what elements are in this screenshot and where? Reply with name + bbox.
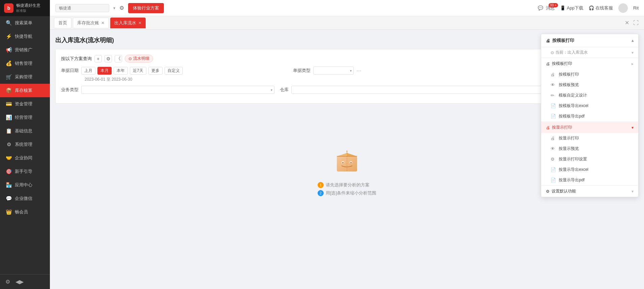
filter-settings-btn[interactable]: ⚙ — [105, 55, 112, 62]
filter-label: 按以下方案查询 — [61, 56, 92, 62]
template-section-arrow: ▸ — [632, 61, 634, 66]
service-icon: 🎧 — [589, 5, 594, 10]
collapse-icon[interactable]: ◀▶ — [16, 279, 24, 285]
header-search-input[interactable] — [55, 4, 109, 12]
message-badge: 99 + — [549, 3, 558, 7]
biztype-select[interactable] — [81, 86, 274, 94]
dropdown-item-display-print[interactable]: 🖨 按显示打印 — [541, 133, 638, 143]
dropdown-item-template-design[interactable]: ✏ 模板自定义设计 — [541, 90, 638, 101]
empty-illustration: ! — [330, 143, 364, 177]
app-name: 畅捷通好生意 — [16, 3, 40, 8]
finance-icon: 💳 — [5, 101, 12, 107]
dropdown-item-template-pdf[interactable]: 📄 按模板导出pdf — [541, 111, 638, 122]
dropdown-item-display-pdf[interactable]: 📄 按显示导出pdf — [541, 175, 638, 185]
filter-tag: ⊙ 流水明细 — [125, 55, 153, 62]
filter-add-btn[interactable]: + — [94, 55, 102, 62]
disp-preview-icon: 👁 — [551, 146, 556, 152]
avatar[interactable] — [618, 3, 628, 13]
dropdown-display-header[interactable]: 🖨 按显示打印 ▾ — [541, 122, 638, 133]
dropdown-item-template-print[interactable]: 🖨 按模板打印 — [541, 69, 638, 80]
date-btn-7days[interactable]: 近7天 — [130, 67, 146, 75]
dropdown-collapse-arrow[interactable]: ▴ — [632, 38, 634, 43]
appcenter-icon: 🏪 — [5, 182, 12, 188]
tip-item-2: 2 用[选]条件来缩小分析范围 — [318, 190, 376, 196]
svg-point-8 — [350, 162, 352, 163]
marketing-icon: 📢 — [5, 47, 12, 53]
operations-icon: 📊 — [5, 114, 12, 121]
header-search-arrow[interactable]: ▾ — [113, 6, 115, 10]
dropdown-item-display-preview[interactable]: 👁 按显示预览 — [541, 143, 638, 154]
disp-print-icon: 🖨 — [551, 136, 556, 141]
doctype-more-icon[interactable]: ··· — [356, 67, 361, 74]
tab-close-all-btn[interactable]: ✕ — [623, 18, 631, 27]
sidebar-item-inventory[interactable]: 📦 库存核算 — [0, 84, 50, 97]
dropdown-footer[interactable]: ⚙ 设置默认功能 ▾ — [541, 186, 638, 197]
basicinfo-icon: 📋 — [5, 128, 12, 134]
tab-flow[interactable]: 出入库流水 ✕ — [110, 18, 146, 28]
tag-icon: ⊙ — [128, 56, 132, 61]
tab-bar-right: ✕ ⛶ — [623, 18, 640, 27]
header: ▾ ⚙ 体验行业方案 💬 99 + 消息 📱 App下载 🎧 在线客服 Rit — [50, 0, 644, 16]
tab-batch-account-close[interactable]: ✕ — [101, 21, 105, 25]
sidebar: b 畅捷通好生意 标准版 🔍 搜索菜单 ⚡ 快捷导航 📢 营销推广 💰 销售管理… — [0, 0, 50, 289]
display-section-arrow: ▾ — [632, 125, 634, 130]
tab-batch-account[interactable]: 库存批次账 ✕ — [73, 18, 109, 28]
sidebar-item-app-center[interactable]: 🏪 应用中心 — [0, 178, 50, 192]
header-gear-icon[interactable]: ⚙ — [119, 5, 124, 11]
empty-tips: 1 请先选择要分析的方案 2 用[选]条件来缩小分析范围 — [318, 182, 376, 198]
settings-icon[interactable]: ⚙ — [5, 279, 10, 285]
tab-home[interactable]: 首页 — [54, 18, 71, 28]
tab-expand-btn[interactable]: ⛶ — [632, 19, 640, 27]
sidebar-item-purchase[interactable]: 🛒 采购管理 — [0, 70, 50, 84]
enterprise-icon: 🤝 — [5, 155, 12, 161]
dropdown-item-display-settings[interactable]: ⚙ 按显示打印设置 — [541, 154, 638, 164]
sidebar-item-wechat[interactable]: 💬 企业微信 — [0, 192, 50, 205]
print-dropdown-panel: 🖨 按模板打印 ▴ ⊙ 当前：出入库流水 ▾ 🖨 按模板打印 ▸ — [541, 34, 639, 197]
dropdown-print-icon: 🖨 — [546, 38, 550, 43]
date-btn-more[interactable]: 更多 — [148, 67, 163, 75]
date-btn-custom[interactable]: 自定义 — [165, 67, 183, 75]
sidebar-item-system[interactable]: ⚙ 系统管理 — [0, 138, 50, 151]
dropdown-item-template-preview[interactable]: 👁 按模板预览 — [541, 80, 638, 90]
sidebar-item-basic-info[interactable]: 📋 基础信息 — [0, 124, 50, 138]
sidebar-item-marketing[interactable]: 📢 营销推广 — [0, 43, 50, 57]
tip-item-1: 1 请先选择要分析的方案 — [318, 182, 376, 188]
date-range-text: 2023-06-01 至 2023-06-30 — [85, 77, 132, 82]
svg-marker-2 — [347, 153, 357, 156]
tab-bar: 首页 库存批次账 ✕ 出入库流水 ✕ ✕ ⛶ — [50, 16, 644, 30]
sidebar-item-guide[interactable]: 🎯 新手引导 — [0, 165, 50, 178]
tab-flow-close[interactable]: ✕ — [138, 21, 142, 25]
svg-text:!: ! — [346, 150, 348, 155]
message-btn[interactable]: 💬 99 + 消息 — [538, 5, 555, 11]
sidebar-item-search[interactable]: 🔍 搜索菜单 — [0, 16, 50, 30]
system-icon: ⚙ — [5, 141, 12, 148]
disp-settings-icon: ⚙ — [551, 157, 556, 162]
date-quick-group: 上月 本月 本年 近7天 更多 自定义 — [81, 67, 183, 75]
date-btn-this-year[interactable]: 本年 — [114, 67, 128, 75]
sidebar-item-enterprise[interactable]: 🤝 企业协同 — [0, 151, 50, 165]
date-btn-this-month[interactable]: 本月 — [97, 67, 112, 75]
sidebar-item-member[interactable]: 👑 畅会员 — [0, 205, 50, 219]
message-icon: 💬 — [538, 5, 543, 10]
online-service-btn[interactable]: 🎧 在线客服 — [589, 5, 613, 11]
trial-btn[interactable]: 体验行业方案 — [128, 3, 164, 13]
doctype-select[interactable] — [313, 67, 354, 75]
app-download-btn[interactable]: 📱 App下载 — [560, 5, 583, 11]
page-title: 出入库流水(流水明细) — [55, 36, 114, 44]
purchase-icon: 🛒 — [5, 74, 12, 80]
dropdown-item-display-excel[interactable]: 📄 按显示导出excel — [541, 164, 638, 175]
item-pdf-icon: 📄 — [551, 114, 556, 119]
dropdown-item-template-excel[interactable]: 📄 按模板导出excel — [541, 101, 638, 111]
display-section-icon: 🖨 — [546, 125, 550, 130]
sidebar-item-sales[interactable]: 💰 销售管理 — [0, 57, 50, 70]
sidebar-item-quick-nav[interactable]: ⚡ 快捷导航 — [0, 30, 50, 43]
sidebar-item-finance[interactable]: 💳 资金管理 — [0, 97, 50, 111]
date-btn-last-month[interactable]: 上月 — [81, 67, 95, 75]
disp-excel-icon: 📄 — [551, 167, 556, 173]
sales-icon: 💰 — [5, 60, 12, 67]
filter-collapse-sidebar-btn[interactable]: 《 — [115, 55, 122, 62]
dropdown-template-header[interactable]: 🖨 按模板打印 ▸ — [541, 58, 638, 69]
sidebar-item-operations[interactable]: 📊 经营管理 — [0, 111, 50, 124]
date-field-label: 单据日期 — [61, 68, 79, 74]
username: Rit — [633, 5, 639, 10]
